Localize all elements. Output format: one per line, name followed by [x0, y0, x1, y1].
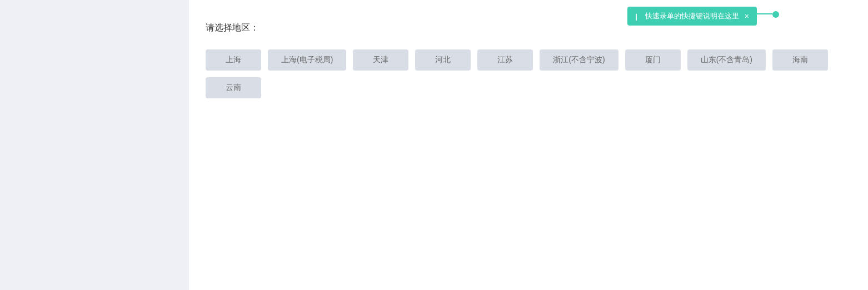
region-button-xiamen[interactable]: 厦门 [625, 49, 681, 71]
region-buttons: 上海上海(电子税局)天津河北江苏浙江(不含宁波)厦门山东(不含青岛)海南云南 [206, 49, 851, 98]
region-button-shanghai[interactable]: 上海 [206, 49, 261, 71]
tooltip-banner: 快速录单的快捷键说明在这里 × [627, 7, 757, 26]
region-button-tianjin[interactable]: 天津 [353, 49, 408, 71]
tooltip-line [756, 13, 772, 14]
region-button-shandong[interactable]: 山东(不含青岛) [687, 49, 766, 71]
tooltip-dot [772, 11, 779, 18]
region-button-zhejiang[interactable]: 浙江(不含宁波) [540, 49, 618, 71]
region-button-jiangsu[interactable]: 江苏 [477, 49, 533, 71]
region-button-shanghai-etax[interactable]: 上海(电子税局) [268, 49, 346, 71]
main-content: 请选择地区： 上海上海(电子税局)天津河北江苏浙江(不含宁波)厦门山东(不含青岛… [189, 0, 868, 290]
sidebar [0, 0, 189, 290]
region-button-hainan[interactable]: 海南 [772, 49, 828, 71]
tooltip-text: 快速录单的快捷键说明在这里 [645, 11, 739, 21]
region-button-hebei[interactable]: 河北 [415, 49, 471, 71]
tooltip-close-button[interactable]: × [745, 12, 749, 21]
region-button-yunnan[interactable]: 云南 [206, 77, 261, 98]
